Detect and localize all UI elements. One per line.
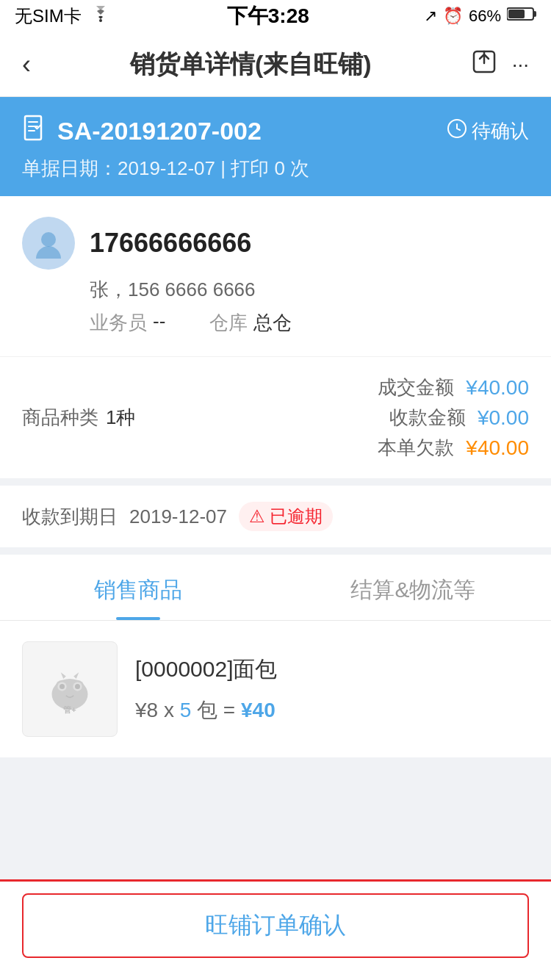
- amounts-row: 商品种类 1种 成交金额 ¥40.00 收款金额 ¥0.00 本单欠款 ¥40.…: [22, 375, 529, 461]
- product-types: 商品种类 1种: [22, 405, 135, 430]
- battery-icon: [507, 7, 536, 26]
- status-left: 无SIM卡: [15, 4, 112, 28]
- tab-settlement-label: 结算&物流等: [350, 577, 475, 602]
- tabs-section: 销售商品 结算&物流等: [0, 547, 551, 621]
- balance-label: 本单欠款: [378, 435, 454, 461]
- status-bar: 无SIM卡 下午3:28 ↗ ⏰ 66%: [0, 0, 551, 32]
- order-icon: [22, 115, 48, 147]
- share-icon[interactable]: [471, 48, 497, 80]
- product-types-value: 1种: [106, 405, 135, 430]
- warehouse-label: 仓库: [209, 310, 248, 336]
- product-name: [0000002]面包: [135, 655, 529, 685]
- status-time: 下午3:28: [227, 2, 309, 30]
- wifi-icon: [89, 6, 112, 26]
- status-right: ↗ ⏰ 66%: [424, 7, 536, 26]
- nav-right: ···: [471, 48, 529, 80]
- order-date: 单据日期：2019-12-07 | 打印 0 次: [22, 156, 529, 181]
- unit-text: 包: [197, 699, 217, 721]
- amounts-right: 成交金额 ¥40.00 收款金额 ¥0.00 本单欠款 ¥40.00: [378, 375, 529, 461]
- overdue-text: 已逾期: [270, 505, 323, 528]
- order-header: SA-20191207-002 待确认 单据日期：2019-12-07 | 打印…: [0, 97, 551, 196]
- nav-left: ‹: [22, 49, 31, 80]
- customer-section: 17666666666 张，156 6666 6666 业务员 -- 仓库 总仓: [0, 196, 551, 356]
- svg-point-13: [60, 684, 65, 689]
- overdue-badge: ⚠ 已逾期: [239, 502, 333, 531]
- tab-products[interactable]: 销售商品: [0, 555, 276, 620]
- warehouse: 仓库 总仓: [209, 310, 292, 336]
- product-item: 管+ [0000002]面包 ¥8 x 5 包 = ¥40: [22, 641, 529, 737]
- transaction-amount: 成交金额 ¥40.00: [378, 375, 529, 400]
- price-value: ¥8: [135, 699, 158, 721]
- due-section: 收款到期日 2019-12-07 ⚠ 已逾期: [0, 478, 551, 547]
- alarm-icon: ⏰: [443, 7, 463, 26]
- sales-rep-value: --: [153, 310, 165, 336]
- order-header-top: SA-20191207-002 待确认: [22, 115, 529, 147]
- clock-icon: [447, 118, 467, 144]
- back-button[interactable]: ‹: [22, 49, 31, 80]
- qty-value: 5: [180, 699, 192, 721]
- product-info: [0000002]面包 ¥8 x 5 包 = ¥40: [135, 655, 529, 724]
- battery-text: 66%: [469, 7, 501, 26]
- tab-products-label: 销售商品: [94, 577, 182, 602]
- warehouse-value: 总仓: [253, 310, 292, 336]
- transaction-amount-label: 成交金额: [378, 375, 454, 400]
- amounts-section: 商品种类 1种 成交金额 ¥40.00 收款金额 ¥0.00 本单欠款 ¥40.…: [0, 356, 551, 478]
- tab-settlement[interactable]: 结算&物流等: [276, 555, 551, 620]
- product-types-label: 商品种类: [22, 405, 98, 430]
- received-amount-label: 收款金额: [389, 405, 466, 430]
- svg-rect-3: [508, 10, 525, 18]
- location-icon: ↗: [424, 7, 437, 26]
- confirm-btn-container: 旺铺订单确认: [0, 879, 551, 980]
- customer-row: 17666666666: [22, 217, 529, 270]
- order-id: SA-20191207-002: [22, 115, 262, 147]
- equals-sign: =: [223, 699, 241, 721]
- customer-phone: 17666666666: [90, 228, 251, 259]
- received-amount-value: ¥0.00: [478, 406, 529, 430]
- product-code: [0000002]: [135, 657, 233, 681]
- warning-icon: ⚠: [249, 506, 265, 527]
- svg-point-14: [75, 684, 80, 689]
- balance-amount: 本单欠款 ¥40.00: [378, 435, 529, 461]
- carrier-text: 无SIM卡: [15, 4, 82, 28]
- product-name-text: 面包: [233, 657, 277, 681]
- more-icon[interactable]: ···: [512, 53, 529, 76]
- transaction-amount-value: ¥40.00: [466, 376, 529, 400]
- avatar: [22, 217, 75, 270]
- product-image: 管+: [22, 641, 118, 737]
- multiply-sign: x: [164, 699, 180, 721]
- product-image-logo: 管+: [44, 663, 96, 715]
- svg-rect-2: [533, 11, 536, 17]
- balance-value: ¥40.00: [466, 436, 529, 460]
- svg-text:管+: 管+: [63, 705, 76, 714]
- page-title: 销货单详情(来自旺铺): [130, 48, 372, 82]
- svg-point-0: [99, 19, 102, 22]
- nav-bar: ‹ 销货单详情(来自旺铺) ···: [0, 32, 551, 97]
- customer-meta: 业务员 -- 仓库 总仓: [90, 310, 529, 336]
- received-amount: 收款金额 ¥0.00: [389, 405, 529, 430]
- due-date-label: 收款到期日: [22, 504, 118, 530]
- product-price: ¥8 x 5 包 = ¥40: [135, 696, 529, 724]
- customer-info: 张，156 6666 6666: [90, 277, 529, 303]
- due-date-value: 2019-12-07: [129, 505, 227, 528]
- product-list: 管+ [0000002]面包 ¥8 x 5 包 = ¥40: [0, 621, 551, 757]
- confirm-button[interactable]: 旺铺订单确认: [22, 893, 529, 958]
- order-status: 待确认: [447, 118, 529, 144]
- total-value: ¥40: [241, 699, 276, 721]
- confirm-button-label: 旺铺订单确认: [205, 909, 346, 942]
- svg-point-7: [41, 232, 56, 247]
- sales-rep: 业务员 --: [90, 310, 165, 336]
- sales-rep-label: 业务员: [90, 310, 147, 336]
